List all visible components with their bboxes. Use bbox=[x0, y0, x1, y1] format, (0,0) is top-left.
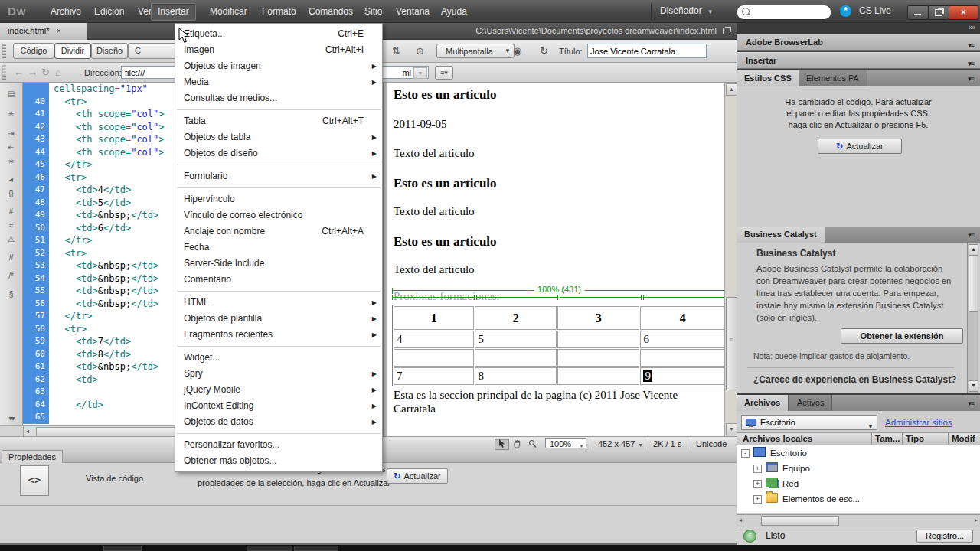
scroll-left-icon[interactable]: ◂ bbox=[26, 428, 29, 435]
menu-item-spry[interactable]: Spry▶ bbox=[175, 366, 382, 382]
menu-item-html[interactable]: HTML▶ bbox=[175, 295, 382, 311]
table-cell[interactable] bbox=[557, 331, 640, 348]
menu-item-obtener-m-s-objetos[interactable]: Obtener más objetos... bbox=[175, 453, 382, 469]
table-header-cell[interactable]: 2 bbox=[475, 306, 556, 330]
table-cell[interactable] bbox=[557, 367, 640, 385]
hand-tool-icon[interactable] bbox=[510, 439, 524, 450]
menubar-item-comandos[interactable]: Comandos bbox=[302, 3, 360, 21]
table-width-overlay[interactable]: 100% (431) bbox=[392, 285, 724, 305]
tree-item-equipo[interactable]: +Equipo bbox=[737, 461, 980, 476]
menubar-item-edici-n[interactable]: Edición bbox=[87, 3, 131, 21]
back-icon[interactable]: ← bbox=[14, 67, 24, 78]
table-cell[interactable]: 7 bbox=[394, 367, 474, 385]
menubar-item-sitio[interactable]: Sitio bbox=[358, 3, 389, 21]
expand-icon[interactable]: + bbox=[753, 495, 762, 504]
table-cell[interactable] bbox=[640, 349, 724, 367]
split-view-button[interactable]: Dividir bbox=[54, 43, 91, 59]
selected-cell-text[interactable]: 9 bbox=[643, 370, 652, 382]
preview-in-browser-icon[interactable]: ⊕ bbox=[416, 45, 424, 57]
column-width-line[interactable] bbox=[643, 297, 724, 301]
code-navigator-icon[interactable]: ✳ bbox=[3, 107, 19, 120]
collapse-panels-icon[interactable]: »» bbox=[969, 23, 974, 31]
menu-item-anclaje-con-nombre[interactable]: Anclaje con nombreCtrl+Alt+A bbox=[175, 223, 382, 240]
tree-item-red[interactable]: +Red bbox=[737, 476, 980, 491]
menu-item-fecha[interactable]: Fecha bbox=[175, 240, 382, 256]
zoom-level-select[interactable]: 100%▼ bbox=[545, 438, 586, 448]
menubar-item-ventana[interactable]: Ventana bbox=[389, 3, 436, 21]
menubar-item-insertar[interactable]: Insertar bbox=[151, 3, 196, 21]
menu-item-objetos-de-plantilla[interactable]: Objetos de plantilla▶ bbox=[175, 311, 382, 327]
business-catalyst-question[interactable]: ¿Carece de experiencia en Business Catal… bbox=[753, 374, 956, 385]
menu-item-comentario[interactable]: Comentario bbox=[175, 272, 382, 288]
taskbar-item[interactable] bbox=[294, 546, 338, 551]
panel-menu-icon[interactable]: ▾≡ bbox=[968, 399, 974, 407]
refresh-icon[interactable]: ↻ bbox=[41, 67, 50, 78]
list-view-icon[interactable]: ≡▾ bbox=[435, 66, 453, 80]
get-extension-button[interactable]: Obtener la extensión bbox=[841, 328, 963, 344]
menu-item-tabla[interactable]: TablaCtrl+Alt+T bbox=[175, 113, 382, 129]
collapse-full-tag-icon[interactable]: ⇥ bbox=[3, 127, 19, 140]
article-body[interactable]: Texto del articulo bbox=[394, 205, 475, 218]
scroll-right-icon[interactable]: ▸ bbox=[975, 517, 978, 523]
refresh-design-icon[interactable]: ↻ bbox=[540, 45, 548, 57]
column-archivos-locales[interactable]: Archivos locales bbox=[743, 433, 812, 445]
close-button[interactable]: × bbox=[949, 5, 978, 20]
scrollbar-thumb[interactable] bbox=[969, 256, 978, 312]
table-cell[interactable]: 9 bbox=[640, 367, 724, 385]
select-parent-tag-icon[interactable]: ◂ bbox=[3, 173, 19, 186]
expand-icon[interactable]: + bbox=[753, 480, 762, 488]
panel-menu-icon[interactable]: ▾≡ bbox=[968, 75, 974, 83]
panel-browserlab[interactable]: Adobe BrowserLab▾≡ bbox=[737, 34, 980, 51]
code-view-button[interactable]: Código bbox=[13, 43, 54, 59]
table-header-cell[interactable]: 1 bbox=[394, 306, 474, 330]
expand-icon[interactable]: + bbox=[753, 465, 762, 473]
menu-item-incontext-editing[interactable]: InContext Editing▶ bbox=[175, 398, 382, 414]
apply-comment-icon[interactable]: // bbox=[3, 251, 19, 264]
inspect-icon[interactable]: ◉ bbox=[513, 45, 521, 57]
panel-menu-icon[interactable]: ▾≡ bbox=[968, 37, 974, 53]
remove-comment-icon[interactable]: /* bbox=[3, 269, 19, 282]
document-title-input[interactable] bbox=[587, 44, 707, 58]
table-cell[interactable] bbox=[394, 349, 474, 367]
article-body[interactable]: Texto del articulo bbox=[394, 147, 475, 160]
home-icon[interactable]: ⌂ bbox=[55, 67, 61, 78]
taskbar-item[interactable] bbox=[103, 546, 142, 551]
table-cell[interactable] bbox=[475, 349, 556, 367]
article-heading[interactable]: Esto es un articulo bbox=[394, 87, 497, 103]
recent-snippets-icon[interactable]: § bbox=[3, 288, 19, 301]
table-header-cell[interactable]: 3 bbox=[557, 306, 640, 330]
scroll-up-icon[interactable]: ▲ bbox=[726, 83, 737, 96]
footer-text[interactable]: Carratala bbox=[394, 403, 436, 416]
design-view-button[interactable]: Diseño bbox=[91, 43, 128, 59]
manage-sites-link[interactable]: Administrar sitios bbox=[885, 418, 952, 427]
collapse-selection-icon[interactable]: ⇤ bbox=[3, 141, 19, 154]
design-vertical-scrollbar[interactable]: ▲ ▼ bbox=[724, 83, 737, 436]
table-cell[interactable]: 8 bbox=[475, 367, 556, 385]
collapse-icon[interactable]: - bbox=[741, 449, 750, 458]
taskbar-item[interactable] bbox=[247, 546, 292, 551]
table-width-label[interactable]: 100% (431) bbox=[534, 285, 585, 295]
table-cell[interactable]: 4 bbox=[394, 331, 474, 348]
article-body[interactable]: Texto del articulo bbox=[394, 263, 475, 276]
column-width-line[interactable] bbox=[476, 297, 558, 301]
workspace-switcher[interactable]: Diseñador▼ bbox=[660, 3, 714, 19]
column-tipo[interactable]: Tipo bbox=[906, 433, 924, 445]
tab-elementos-pa[interactable]: Elementos PA bbox=[799, 70, 867, 86]
restore-button[interactable] bbox=[928, 5, 949, 20]
tab-activos[interactable]: Activos bbox=[789, 395, 832, 411]
menu-item-v-nculo-de-correo-electr-nico[interactable]: Vínculo de correo electrónico bbox=[175, 207, 382, 223]
menu-item-hiperv-nculo[interactable]: Hipervínculo bbox=[175, 191, 382, 207]
menubar-item-archivo[interactable]: Archivo bbox=[44, 3, 88, 21]
menu-item-objetos-de-datos[interactable]: Objetos de datos▶ bbox=[175, 414, 382, 430]
balance-braces-icon[interactable]: {} bbox=[3, 187, 19, 200]
tab-estilos-css[interactable]: Estilos CSS bbox=[737, 70, 800, 86]
document-tab[interactable]: index.html*× bbox=[0, 23, 87, 40]
refresh-css-button[interactable]: ↻Actualizar bbox=[818, 139, 902, 154]
table-header-cell[interactable]: 4 bbox=[640, 306, 724, 330]
select-tool-icon[interactable] bbox=[495, 439, 509, 450]
menu-item-widget[interactable]: Widget... bbox=[175, 350, 382, 366]
footer-text[interactable]: Esta es la seccion principal de la pagin… bbox=[394, 389, 678, 402]
expand-all-icon[interactable]: ∗ bbox=[3, 155, 19, 168]
article-date[interactable]: 2011-09-05 bbox=[394, 118, 446, 131]
site-dropdown[interactable]: Escritorio▼ bbox=[741, 415, 877, 430]
